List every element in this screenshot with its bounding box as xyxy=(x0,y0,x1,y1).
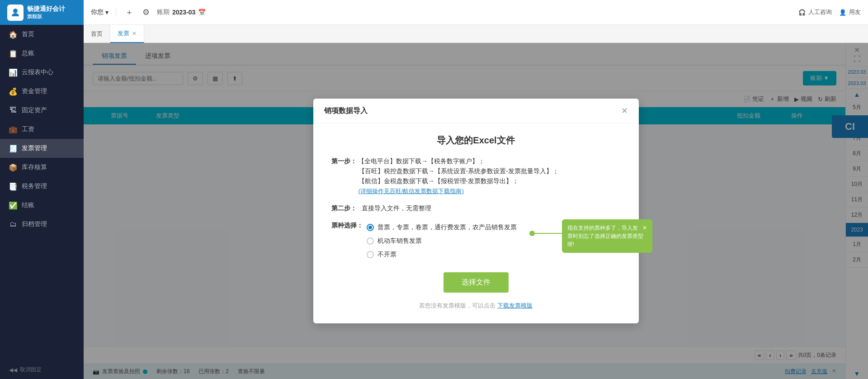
user-icon: 👤 xyxy=(839,9,846,16)
modal-title: 销项数据导入 xyxy=(324,106,368,116)
chevron-down-icon: ▾ xyxy=(105,9,108,16)
content-area: 销项发票 进项发票 ⚙ ▦ ⬆ 账期 ▼ 📄 xyxy=(84,43,868,379)
step1-section: 第一步： 【全电平台】数据下载→【税务数字账户】； 【百旺】税控盘数据下载→【系… xyxy=(331,157,621,195)
checkout-icon: ✅ xyxy=(9,201,17,209)
sidebar-item-payroll[interactable]: 💼 工资 xyxy=(0,120,84,139)
headset-icon: 🎧 xyxy=(798,9,806,16)
user-menu[interactable]: 👤 用友 xyxy=(839,8,861,16)
tooltip-dot-container: ✕ 现在支持的票种多了，导入发票时别忘了选择正确的发票类型呀! xyxy=(529,231,535,236)
step2-label: 第二步： xyxy=(331,204,357,212)
support-button[interactable]: 🎧 人工咨询 xyxy=(798,8,832,16)
topbar: 你您 ▾ ＋ ⚙ 账期 2023-03 📅 🎧 人工咨询 👤 用友 xyxy=(84,0,868,25)
logo-text: 畅捷通好会计 旗舰版 xyxy=(27,5,65,20)
payroll-icon: 💼 xyxy=(9,125,17,133)
topbar-right: 🎧 人工咨询 👤 用友 xyxy=(798,8,861,16)
settings-button[interactable]: ⚙ xyxy=(141,5,151,19)
modal-body: 导入您的Excel文件 第一步： 【全电平台】数据下载→【税务数字账户】； 【百… xyxy=(313,123,639,323)
sidebar-item-fixed-assets[interactable]: 🏗 固定资产 xyxy=(0,101,84,120)
company-name: 你您 xyxy=(91,8,104,16)
tax-icon: 📑 xyxy=(9,182,17,190)
step2-content: 直接导入文件，无需整理 xyxy=(362,204,431,212)
ticket-label: 票种选择： xyxy=(331,222,363,230)
svg-point-0 xyxy=(13,9,18,13)
ticket-selection: 票种选择： 普票，专票，卷票，通行费发票，农产品销售发票 机动车销售发票 xyxy=(331,222,621,259)
cloud-report-icon: 📊 xyxy=(9,68,17,76)
radio-normal[interactable]: 普票，专票，卷票，通行费发票，农产品销售发票 xyxy=(367,223,517,232)
import-modal: 销项数据导入 ✕ 导入您的Excel文件 第一步： 【全电平台】数据下载→【税务… xyxy=(313,99,639,323)
sidebar-item-invoice[interactable]: 🧾 发票管理 xyxy=(0,139,84,158)
sidebar-unpin[interactable]: ◀◀ 取消固定 xyxy=(0,360,84,379)
sidebar-item-fund[interactable]: 💰 资金管理 xyxy=(0,82,84,101)
step1-line2: 【百旺】税控盘数据下载→【系统设置-系统参数设置-发票批量导入】； xyxy=(331,167,621,175)
tab-close-invoice[interactable]: ✕ xyxy=(132,30,137,37)
period-display: 账期 2023-03 📅 xyxy=(157,8,206,16)
pin-icon: ◀◀ xyxy=(9,367,17,373)
main-area: 你您 ▾ ＋ ⚙ 账期 2023-03 📅 🎧 人工咨询 👤 用友 xyxy=(84,0,868,379)
sidebar-item-home[interactable]: 🏠 首页 xyxy=(0,25,84,44)
tab-home[interactable]: 首页 xyxy=(84,25,110,43)
sidebar-item-inventory[interactable]: 📦 库存核算 xyxy=(0,158,84,177)
fund-icon: 💰 xyxy=(9,87,17,95)
app-logo: 畅捷通好会计 旗舰版 xyxy=(0,0,84,25)
sidebar-item-cloud-report[interactable]: 📊 云报表中心 xyxy=(0,63,84,82)
calendar-icon: 📅 xyxy=(198,9,206,16)
modal-close-btn[interactable]: ✕ xyxy=(621,106,628,116)
radio-car[interactable]: 机动车销售发票 xyxy=(367,237,517,245)
download-template-link[interactable]: 下载发票模版 xyxy=(497,302,533,309)
select-file-btn[interactable]: 选择文件 xyxy=(443,272,509,293)
sidebar-item-checkout[interactable]: ✅ 结账 xyxy=(0,196,84,215)
sidebar-item-ledger[interactable]: 📋 总账 xyxy=(0,44,84,63)
radio-normal-btn xyxy=(367,224,374,231)
modal-header: 销项数据导入 ✕ xyxy=(313,99,639,123)
radio-group: 普票，专票，卷票，通行费发票，农产品销售发票 机动车销售发票 不开票 xyxy=(367,223,517,259)
company-selector[interactable]: 你您 ▾ xyxy=(91,8,108,16)
ledger-icon: 📋 xyxy=(9,49,17,57)
radio-car-btn xyxy=(367,237,374,245)
step1-link-container: (详细操作见百旺/航信发票数据下载指南) xyxy=(331,187,621,195)
fixed-assets-icon: 🏗 xyxy=(9,106,17,114)
step1-link[interactable]: (详细操作见百旺/航信发票数据下载指南) xyxy=(359,188,464,194)
invoice-icon: 🧾 xyxy=(9,144,17,152)
home-icon: 🏠 xyxy=(9,30,17,38)
logo-icon xyxy=(7,5,24,21)
sidebar-item-archive[interactable]: 🗂 归档管理 xyxy=(0,215,84,234)
modal-footer: 若您没有发票模版，可以点击 下载发票模版 xyxy=(331,302,621,310)
tooltip-close-btn[interactable]: ✕ xyxy=(642,224,647,232)
step2-section: 第二步： 直接导入文件，无需整理 xyxy=(331,204,621,213)
radio-none-btn xyxy=(367,251,374,258)
step1-line3: 【航信】金税盘数据下载→【报税管理-发票数据导出】； xyxy=(331,177,621,185)
tooltip-line xyxy=(535,233,562,234)
topbar-divider xyxy=(116,8,116,17)
archive-icon: 🗂 xyxy=(9,220,17,228)
modal-overlay: 销项数据导入 ✕ 导入您的Excel文件 第一步： 【全电平台】数据下载→【税务… xyxy=(84,43,868,379)
inventory-icon: 📦 xyxy=(9,163,17,171)
radio-none[interactable]: 不开票 xyxy=(367,251,517,259)
add-button[interactable]: ＋ xyxy=(123,5,135,19)
sidebar-item-tax[interactable]: 📑 税务管理 xyxy=(0,177,84,196)
step1-header: 第一步： 【全电平台】数据下载→【税务数字账户】； xyxy=(331,157,621,166)
sidebar-nav: 🏠 首页 📋 总账 📊 云报表中心 💰 资金管理 🏗 固定资产 xyxy=(0,25,84,360)
modal-main-title: 导入您的Excel文件 xyxy=(331,134,621,147)
tab-invoice[interactable]: 发票 ✕ xyxy=(110,25,144,43)
tooltip-bubble: ✕ 现在支持的票种多了，导入发票时别忘了选择正确的发票类型呀! xyxy=(562,219,652,253)
tabbar: 首页 发票 ✕ xyxy=(84,25,868,43)
tooltip-anchor-dot xyxy=(529,231,535,236)
sidebar: 畅捷通好会计 旗舰版 🏠 首页 📋 总账 📊 云报表中心 💰 xyxy=(0,0,84,379)
